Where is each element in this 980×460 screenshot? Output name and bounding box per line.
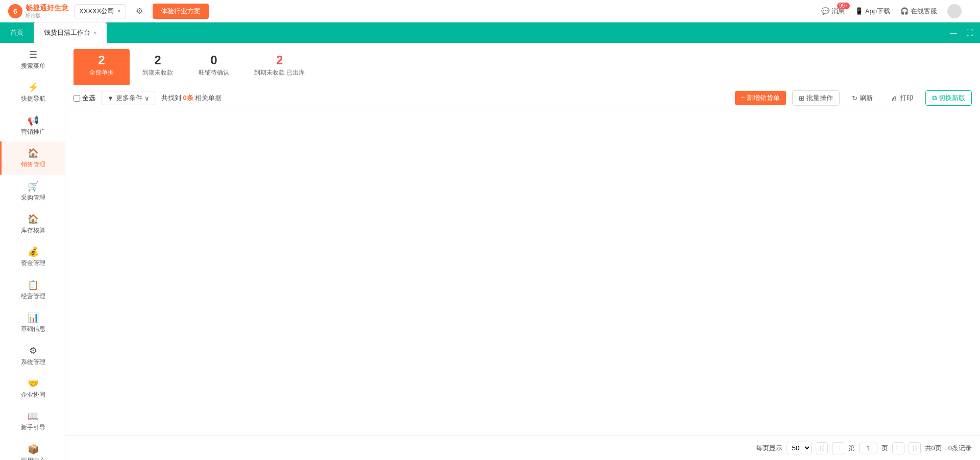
print-label: 打印 <box>900 93 913 103</box>
filter-button[interactable]: ▼ 更多条件 ∨ <box>102 91 155 105</box>
tab-work-bench[interactable]: 钱货日清工作台 × <box>34 22 107 43</box>
app-download-label: App下载 <box>865 7 890 16</box>
toolbar-left: 全选 ▼ 更多条件 ∨ 共找到 0条 相关单据 <box>74 91 729 105</box>
system-icon: ⚙ <box>29 345 37 356</box>
sidebar-item-enterprise[interactable]: 🤝企业协同 <box>0 372 65 404</box>
batch-button[interactable]: ⊞ 批量操作 <box>792 90 840 106</box>
search-menu-label: 搜索菜单 <box>21 62 45 69</box>
guide-label: 新手引导 <box>21 424 45 431</box>
sidebar-item-sales[interactable]: 🏠销售管理 <box>0 141 65 174</box>
sidebar-item-system[interactable]: ⚙系统管理 <box>0 339 65 372</box>
page-suffix: 页 <box>881 444 888 453</box>
stat-label-overdue: 到期未收款 <box>142 68 173 77</box>
stat-tab-all[interactable]: 2 全部单据 <box>74 49 130 85</box>
sidebar-item-marketing[interactable]: 📢营销推广 <box>0 109 65 141</box>
refresh-button[interactable]: ↻ 刷新 <box>846 91 879 105</box>
header-left: 6 畅捷通好生意 标准版 XXXXX公司 ▼ ⚙ 体验行业方案 <box>8 3 209 19</box>
close-tab-icon[interactable]: × <box>93 30 96 36</box>
stat-tab-overdue[interactable]: 2 到期未收款 <box>130 49 186 85</box>
home-tab-label: 首页 <box>10 28 23 37</box>
trial-button[interactable]: 体验行业方案 <box>153 4 209 19</box>
stat-label-all: 全部单据 <box>89 68 114 77</box>
sidebar-item-operation[interactable]: 📋经营管理 <box>0 273 65 306</box>
header-right: 💬 消息 99+ 📱 App下载 🎧 在线客服 <box>821 4 972 18</box>
logo-icon: 6 <box>8 4 22 18</box>
first-page-button[interactable]: ⟨⟨ <box>816 442 828 454</box>
total-label: 共0页，0条记录 <box>925 444 972 453</box>
batch-icon: ⊞ <box>799 94 804 102</box>
basic-label: 基础信息 <box>21 325 45 332</box>
nav-tabs-right: — ⛶ <box>947 27 980 39</box>
operation-icon: 📋 <box>28 279 39 290</box>
add-button[interactable]: + 新增销货单 <box>735 91 786 105</box>
stat-tab-shipped[interactable]: 2 到期未收款 已出库 <box>242 49 317 85</box>
purchase-label: 采购管理 <box>21 194 45 201</box>
prev-page-button[interactable]: 〈 <box>832 442 844 454</box>
sidebar-item-app-center[interactable]: 📦应用中心 <box>0 438 65 460</box>
found-suffix: 相关单据 <box>195 94 222 102</box>
company-name: XXXXX公司 <box>79 7 114 16</box>
finance-label: 资金管理 <box>21 259 45 267</box>
select-all-label: 全选 <box>82 93 95 103</box>
filter-icon: ▼ <box>107 94 114 102</box>
minimize-icon[interactable]: — <box>947 27 960 39</box>
select-all-checkbox[interactable]: 全选 <box>74 93 95 103</box>
sidebar-item-basic[interactable]: 📊基础信息 <box>0 306 65 338</box>
online-service-label: 在线客服 <box>911 7 937 16</box>
purchase-icon: 🛒 <box>28 181 39 192</box>
sidebar-item-quick-nav[interactable]: ⚡快捷导航 <box>0 76 65 108</box>
stat-tabs: 2 全部单据 2 到期未收款 0 旺铺待确认 2 到期未收款 已出库 <box>65 43 980 85</box>
sidebar-item-guide[interactable]: 📖新手引导 <box>0 404 65 437</box>
stat-count-pending: 0 <box>210 53 217 67</box>
main-layout: ☰搜索菜单⚡快捷导航📢营销推广🏠销售管理🛒采购管理🏠库存核算💰资金管理📋经营管理… <box>0 43 980 460</box>
print-button[interactable]: 🖨 打印 <box>885 91 919 105</box>
sidebar-item-finance[interactable]: 💰资金管理 <box>0 240 65 273</box>
last-page-button[interactable]: ⟩⟩ <box>909 442 921 454</box>
page-prefix: 第 <box>848 444 855 453</box>
page-input[interactable] <box>859 443 877 453</box>
switch-version-button[interactable]: ⧉ 切换新版 <box>925 90 972 106</box>
guide-icon: 📖 <box>28 410 39 422</box>
marketing-label: 营销推广 <box>21 128 45 135</box>
per-page-label: 每页显示 <box>756 444 782 453</box>
enterprise-label: 企业协同 <box>21 391 45 398</box>
enterprise-icon: 🤝 <box>28 378 39 389</box>
online-service-action[interactable]: 🎧 在线客服 <box>900 7 937 16</box>
marketing-icon: 📢 <box>28 115 39 126</box>
avatar[interactable] <box>947 4 962 18</box>
stat-count-shipped: 2 <box>276 53 283 67</box>
app-download-icon: 📱 <box>855 7 863 15</box>
next-page-button[interactable]: 〉 <box>892 442 904 454</box>
tab-home[interactable]: 首页 <box>0 22 34 43</box>
company-selector[interactable]: XXXXX公司 ▼ <box>75 4 126 18</box>
select-all-input[interactable] <box>74 95 80 102</box>
content-area: 2 全部单据 2 到期未收款 0 旺铺待确认 2 到期未收款 已出库 全选 <box>65 43 980 460</box>
message-icon: 💬 <box>821 7 829 15</box>
sidebar-item-inventory[interactable]: 🏠库存核算 <box>0 207 65 240</box>
stat-label-pending: 旺铺待确认 <box>199 68 229 77</box>
stat-count-all: 2 <box>98 53 105 67</box>
switch-label: 切换新版 <box>939 93 965 103</box>
inventory-label: 库存核算 <box>21 227 45 234</box>
message-action[interactable]: 💬 消息 99+ <box>821 7 845 16</box>
finance-icon: 💰 <box>28 246 39 257</box>
system-label: 系统管理 <box>21 358 45 366</box>
found-prefix: 共找到 <box>161 94 181 102</box>
maximize-icon[interactable]: ⛶ <box>964 27 976 39</box>
search-menu-icon: ☰ <box>29 49 37 60</box>
basic-icon: 📊 <box>28 312 39 323</box>
message-badge: 99+ <box>837 3 850 9</box>
toolbar-right: + 新增销货单 ⊞ 批量操作 ↻ 刷新 🖨 打印 ⧉ 切换新版 <box>735 90 972 106</box>
found-count: 0条 <box>183 94 193 102</box>
chevron-filter-icon: ∨ <box>144 94 150 102</box>
top-header: 6 畅捷通好生意 标准版 XXXXX公司 ▼ ⚙ 体验行业方案 💬 消息 99+… <box>0 0 980 22</box>
stat-tab-pending[interactable]: 0 旺铺待确认 <box>186 49 242 85</box>
app-download-action[interactable]: 📱 App下载 <box>855 7 890 16</box>
settings-icon[interactable]: ⚙ <box>132 4 146 18</box>
sidebar-item-purchase[interactable]: 🛒采购管理 <box>0 175 65 207</box>
quick-nav-label: 快捷导航 <box>21 95 45 102</box>
app-center-icon: 📦 <box>28 444 39 455</box>
sidebar-item-search-menu[interactable]: ☰搜索菜单 <box>0 43 65 76</box>
per-page-select[interactable]: 50 <box>787 442 812 454</box>
refresh-icon: ↻ <box>852 94 857 102</box>
